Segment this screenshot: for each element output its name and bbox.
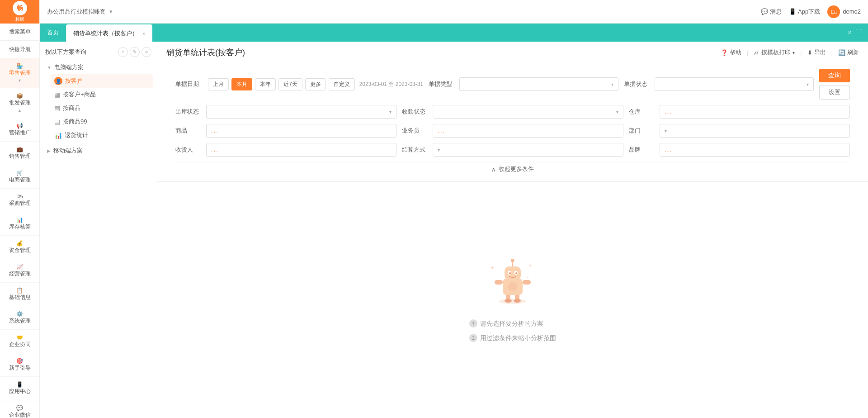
refresh-icon: 🔄: [838, 49, 845, 56]
sidebar-item-base[interactable]: 📋 基础信息: [0, 283, 39, 306]
sidebar-item-enterprise[interactable]: 🤝 企业协同: [0, 330, 39, 353]
tip1-num: 1: [469, 319, 477, 328]
collapse-up-icon: ∧: [491, 166, 496, 173]
sidebar-item-finance[interactable]: 💰 资金管理: [0, 236, 39, 259]
tree-group-mobile: ▶ 移动端方案: [43, 144, 153, 157]
username-label: demo2: [843, 8, 861, 15]
sidebar-item-wechat[interactable]: 💬 企业微信: [0, 400, 39, 418]
purchase-label: 采购管理: [2, 200, 38, 207]
page-header: 销货单统计表(按客户) ❓ 帮助 | 🖨 按模板打印 ▾ |: [157, 42, 868, 182]
template-print-btn[interactable]: 🖨 按模板打印 ▾: [754, 48, 795, 57]
sep1: |: [747, 49, 748, 56]
svg-point-6: [508, 282, 517, 291]
date-btn-7days[interactable]: 近7天: [278, 78, 302, 90]
warehouse-filter: 仓库 ...: [629, 105, 850, 119]
svg-text:✦: ✦: [490, 265, 495, 271]
sales-icon: 💼: [2, 146, 38, 152]
app-icon: 📱: [789, 8, 796, 15]
collapse-filters-btn[interactable]: ∧ 收起更多条件: [175, 162, 850, 176]
brand-select[interactable]: ...: [660, 143, 850, 157]
app-download-btn[interactable]: 📱 App下载: [789, 8, 820, 16]
date-btn-last-month[interactable]: 上月: [208, 78, 229, 90]
salesperson-select[interactable]: ...: [433, 124, 623, 138]
out-status-label: 出库状态: [175, 108, 203, 116]
edit-scheme-btn[interactable]: ✎: [130, 47, 140, 57]
sidebar-item-wholesale[interactable]: 📦 批发管理 ▲: [0, 88, 39, 118]
date-btn-this-month[interactable]: 本月: [231, 78, 252, 90]
brand-filter: 品牌 ...: [629, 143, 850, 157]
settlement-filter: 结算方式 ▾: [402, 143, 623, 157]
payment-status-label: 收款状态: [402, 108, 429, 116]
date-btn-custom[interactable]: 自定义: [329, 78, 355, 90]
tab-close-icon[interactable]: ×: [142, 31, 145, 36]
export-btn[interactable]: ⬇ 导出: [807, 48, 826, 57]
sidebar-item-operation[interactable]: 📈 经营管理: [0, 259, 39, 283]
tip1-text: 请先选择要分析的方案: [480, 317, 543, 330]
sidebar-search[interactable]: 搜索菜单: [0, 24, 39, 41]
sidebar-item-ecom[interactable]: 🛒 电商管理: [0, 165, 39, 189]
wholesale-arrow: ▲: [18, 108, 22, 113]
tab-minimize-icon[interactable]: ×: [848, 28, 852, 37]
settings-button[interactable]: 设置: [819, 85, 850, 100]
newbie-icon: 🎯: [2, 358, 38, 364]
add-scheme-btn[interactable]: +: [118, 47, 128, 57]
settlement-select[interactable]: ▾: [433, 143, 623, 157]
marketing-icon: 📢: [2, 123, 38, 129]
tree-item-by-customer-product[interactable]: ▦ 按客户+商品: [51, 88, 153, 101]
tree-group-desktop-label: 电脑端方案: [54, 63, 84, 71]
receiver-select[interactable]: ...: [206, 143, 396, 157]
svg-point-13: [515, 272, 517, 274]
sidebar-item-system[interactable]: ⚙️ 系统管理: [0, 306, 39, 330]
sidebar-item-appcenter[interactable]: 📱 应用中心: [0, 377, 39, 400]
tab-home[interactable]: 首页: [40, 24, 66, 42]
sidebar-item-inventory[interactable]: 📊 库存核算: [0, 212, 39, 236]
main-area: 办公用品行业模拟账套 ▾ 💬 消息 📱 App下载 Ea demo2 首页 销货…: [40, 0, 868, 418]
tree-item-by-product[interactable]: ▤ 按商品: [51, 101, 153, 115]
goods-select[interactable]: ...: [206, 124, 396, 138]
tree-item-by-product99[interactable]: ▤ 按商品99: [51, 115, 153, 128]
tab-bar: 首页 销货单统计表（按客户） × × ⛶: [40, 24, 868, 42]
sidebar-item-newbie[interactable]: 🎯 新手引导: [0, 353, 39, 377]
collapse-panel-btn[interactable]: «: [142, 47, 151, 57]
left-panel-title: 按以下方案查询: [45, 48, 86, 56]
settlement-label: 结算方式: [402, 146, 429, 154]
payment-status-select[interactable]: ▾: [433, 105, 623, 119]
template-print-label: 按模板打印: [761, 48, 791, 57]
brand-dots: ...: [665, 147, 672, 153]
tab-maximize-icon[interactable]: ⛶: [855, 28, 863, 37]
help-btn[interactable]: ❓ 帮助: [721, 48, 741, 57]
tree-group-mobile-header[interactable]: ▶ 移动端方案: [43, 144, 153, 157]
sidebar-item-marketing[interactable]: 📢 营销推广: [0, 118, 39, 142]
date-btn-more[interactable]: 更多: [305, 78, 326, 90]
tree-item-by-customer[interactable]: 👤 按客户: [51, 74, 153, 88]
tab-active[interactable]: 销货单统计表（按客户） ×: [66, 24, 152, 43]
order-status-select[interactable]: ▾: [655, 77, 814, 91]
sidebar-item-sales[interactable]: 💼 销售管理: [0, 142, 39, 165]
retail-icon: 🏪: [2, 63, 38, 69]
sidebar-item-retail[interactable]: 🏪 零售管理 ▼: [0, 58, 39, 88]
newbie-label: 新手引导: [2, 364, 38, 372]
enterprise-label: 企业协同: [2, 341, 38, 348]
order-status-arrow: ▾: [807, 82, 809, 87]
out-status-select[interactable]: ▾: [206, 105, 396, 119]
system-label: 系统管理: [2, 317, 38, 325]
tree-item-return-stats[interactable]: 📊 退货统计: [51, 128, 153, 142]
wechat-label: 企业微信: [2, 411, 38, 418]
tree-group-desktop-header[interactable]: ▼ 电脑端方案: [43, 61, 153, 74]
order-type-select[interactable]: ▾: [459, 77, 618, 91]
user-area[interactable]: Ea demo2: [827, 5, 861, 18]
tree-section: ▼ 电脑端方案 👤 按客户 ▦ 按客户+商品 ▤: [40, 61, 157, 157]
header-dropdown-icon[interactable]: ▾: [109, 8, 113, 15]
query-button[interactable]: 查询: [819, 69, 850, 82]
department-filter: 部门 ▾: [629, 124, 850, 138]
by-customer-label: 按客户: [65, 77, 83, 85]
quicknav-area[interactable]: 快捷导航: [0, 41, 39, 58]
date-btn-this-year[interactable]: 本年: [255, 78, 276, 90]
message-btn[interactable]: 💬 消息: [761, 8, 782, 16]
quicknav-label[interactable]: 快捷导航: [4, 46, 36, 53]
refresh-btn[interactable]: 🔄 刷新: [838, 48, 859, 57]
search-menu-label[interactable]: 搜索菜单: [4, 28, 36, 36]
department-select[interactable]: ▾: [660, 124, 850, 138]
warehouse-select[interactable]: ...: [660, 105, 850, 119]
sidebar-item-purchase[interactable]: 🛍 采购管理: [0, 189, 39, 212]
